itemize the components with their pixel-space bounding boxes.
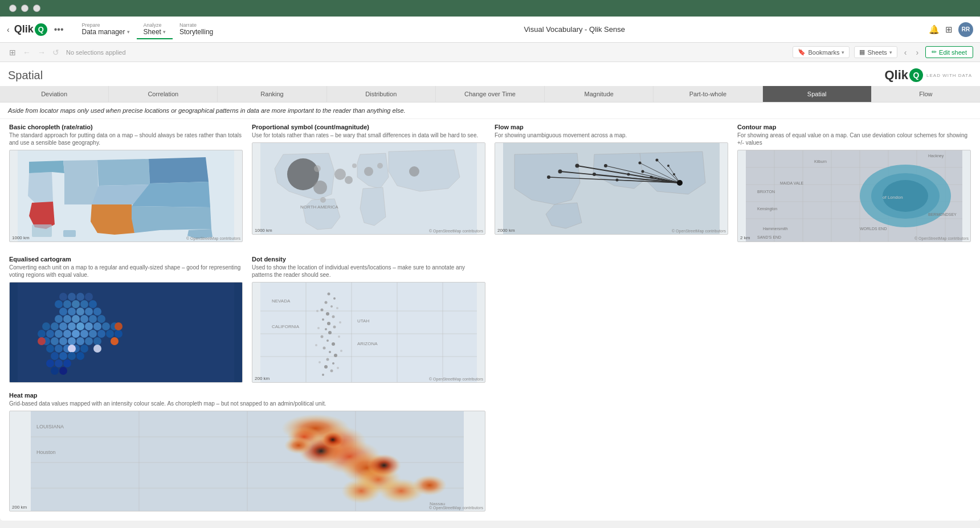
chart-contour-map: Contour map For showing areas of equal v… (733, 119, 975, 247)
bookmarks-button[interactable]: 🔖 Bookmarks ▾ (793, 46, 850, 58)
chart-equalised-cartogram: Equalised cartogram Converting each unit… (5, 251, 247, 387)
svg-point-116 (97, 330, 105, 338)
charts-row-2: Equalised cartogram Converting each unit… (0, 251, 980, 521)
svg-point-180 (336, 307, 338, 309)
tab-spatial[interactable]: Spatial (763, 86, 872, 102)
tab-deviation[interactable]: Deviation (0, 86, 109, 102)
logo-text: Qlik (14, 23, 34, 35)
svg-point-138 (68, 352, 76, 360)
svg-point-50 (575, 164, 579, 168)
bell-icon[interactable]: 🔔 (929, 24, 940, 35)
undo-icon[interactable]: ← (21, 47, 33, 58)
svg-point-53 (677, 180, 683, 186)
svg-rect-145 (260, 283, 477, 382)
chart-heatmap-title: Heat map (9, 392, 485, 399)
traffic-light-maximize[interactable] (33, 5, 40, 12)
user-avatar[interactable]: RR (958, 22, 973, 37)
sheets-dropdown-arrow: ▾ (889, 50, 892, 55)
svg-point-47 (650, 176, 653, 179)
redo-icon[interactable]: → (35, 47, 48, 58)
svg-point-44 (656, 159, 659, 162)
window-chrome (0, 0, 980, 17)
nav-prev-icon[interactable]: ‹ (902, 47, 909, 58)
chart-heatmap-visual[interactable]: LOUISIANA Houston Nassau (9, 411, 485, 511)
svg-point-160 (330, 305, 333, 308)
svg-point-41 (616, 179, 619, 182)
svg-point-109 (38, 330, 46, 338)
edit-sheet-button[interactable]: ✏ Edit sheet (925, 46, 973, 58)
apps-grid-icon[interactable]: ⊞ (945, 24, 953, 35)
nav-next-icon[interactable]: › (913, 47, 921, 58)
chart-choropleth-desc: The standard approach for putting data o… (9, 132, 243, 146)
tab-correlation[interactable]: Correlation (109, 86, 218, 102)
svg-point-99 (97, 315, 105, 323)
svg-point-93 (93, 308, 101, 316)
propsym-scale: 1000 km (255, 228, 272, 233)
chart-cartogram-desc: Converting each unit on a map to a regul… (9, 264, 243, 279)
top-navbar: ‹ Qlik Q ••• Prepare Data manager ▾ Anal… (0, 17, 980, 43)
tab-magnitude[interactable]: Magnitude (545, 86, 654, 102)
svg-point-175 (326, 358, 329, 361)
chart-proportional-symbol: Proportional symbol (count/magnitude) Us… (247, 119, 490, 247)
svg-text:MAIDA VALE: MAIDA VALE (780, 181, 803, 185)
svg-point-132 (111, 337, 119, 345)
svg-text:ARIZONA: ARIZONA (357, 341, 378, 346)
svg-text:BRIXTON: BRIXTON (757, 190, 775, 194)
chart-cartogram-visual[interactable]: /* hex grid will be drawn via canvas */ (9, 282, 243, 383)
traffic-light-close[interactable] (9, 5, 17, 12)
traffic-light-minimize[interactable] (21, 5, 28, 12)
nav-section-narrate[interactable]: Narrate Storytelling (173, 20, 220, 39)
svg-point-85 (63, 300, 71, 308)
svg-text:NORTH AMERICA: NORTH AMERICA (300, 204, 338, 210)
svg-point-210 (284, 437, 313, 454)
sheets-button[interactable]: ▦ Sheets ▾ (854, 46, 897, 58)
svg-text:Hackney: Hackney (928, 154, 944, 158)
chart-flowmap-visual[interactable]: 2000 km © OpenStreetMap contributors (495, 142, 728, 235)
tab-distribution[interactable]: Distribution (327, 86, 436, 102)
tab-ranking[interactable]: Ranking (218, 86, 326, 102)
more-menu-button[interactable]: ••• (52, 24, 66, 35)
chart-dotdensity-title: Dot density (252, 256, 485, 263)
svg-point-96 (72, 315, 80, 323)
svg-point-208 (367, 454, 401, 477)
svg-point-206 (341, 478, 381, 504)
svg-point-101 (51, 322, 59, 330)
tab-change-over-time[interactable]: Change over Time (436, 86, 545, 102)
svg-point-103 (68, 322, 76, 330)
heatmap-copyright: © OpenStreetMap contributors (429, 506, 483, 510)
svg-point-105 (85, 322, 93, 330)
svg-point-107 (102, 322, 110, 330)
svg-point-131 (38, 337, 46, 345)
nav-section-prepare[interactable]: Prepare Data manager ▾ (75, 20, 137, 39)
refresh-icon[interactable]: ↺ (50, 47, 62, 58)
tab-flow[interactable]: Flow (872, 86, 980, 102)
svg-point-124 (85, 337, 93, 345)
svg-point-168 (328, 331, 332, 334)
toolbar-right: 🔖 Bookmarks ▾ ▦ Sheets ▾ ‹ › ✏ Edit shee… (793, 46, 973, 58)
heatmap-scale: 200 km (12, 505, 27, 510)
svg-point-46 (673, 173, 675, 175)
svg-point-176 (332, 362, 334, 365)
chart-flowmap-desc: For showing unambiguous movement across … (495, 132, 728, 139)
chart-choropleth-visual[interactable]: 1000 km © OpenStreetMap contributors (9, 150, 243, 242)
svg-point-187 (315, 344, 317, 346)
chart-flow-map: Flow map For showing unambiguous movemen… (490, 119, 733, 247)
chart-basic-choropleth: Basic choropleth (rate/ratio) The standa… (5, 119, 247, 247)
nav-section-analyze-main: Sheet (144, 28, 161, 36)
svg-point-43 (639, 162, 642, 165)
svg-point-91 (76, 308, 84, 316)
back-button[interactable]: ‹ (7, 25, 10, 34)
svg-point-163 (332, 316, 335, 318)
nav-section-analyze[interactable]: Analyze Sheet ▾ (137, 20, 173, 39)
bookmarks-dropdown-arrow: ▾ (842, 50, 844, 55)
qlik-brand: Qlik Q LEAD WITH DATA (884, 68, 972, 83)
tab-part-to-whole[interactable]: Part-to-whole (654, 86, 762, 102)
chart-dotdensity-visual[interactable]: NEVADA CALIFORNIA UTAH ARIZONA (252, 282, 485, 383)
svg-point-122 (68, 337, 76, 345)
svg-point-169 (321, 335, 324, 338)
chart-propsym-visual[interactable]: NORTH AMERICA 1000 km © OpenStreetMap co… (252, 142, 485, 235)
chart-contour-visual[interactable]: Kilburn Hackney BRIXTON MAIDA VALE Kensi… (737, 150, 971, 242)
grid-view-icon[interactable]: ⊞ (7, 47, 18, 58)
chart-contour-desc: For showing areas of equal value on a ma… (737, 132, 971, 146)
svg-point-143 (51, 367, 59, 375)
